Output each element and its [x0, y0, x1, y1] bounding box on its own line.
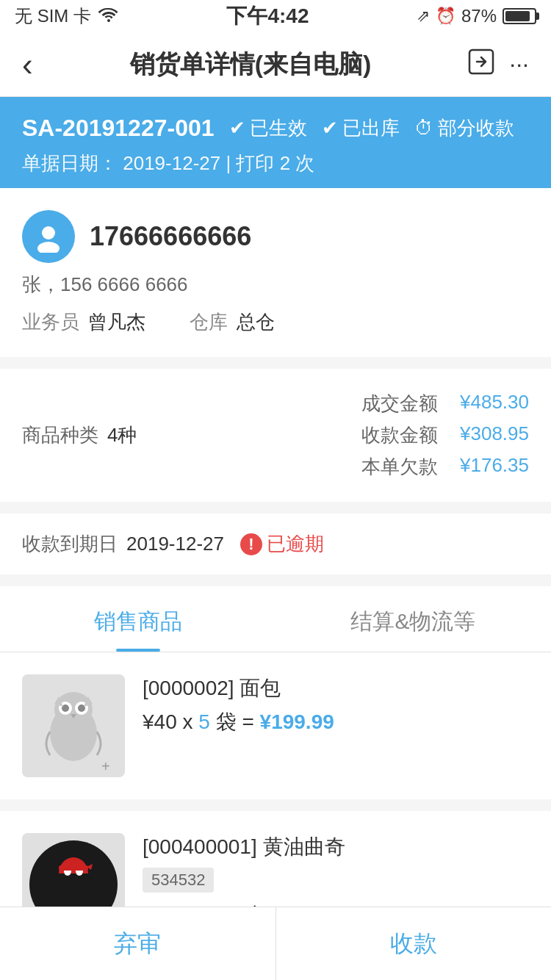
sales-value: 曾凡杰 [88, 309, 145, 335]
product-unit-price-1: ¥40 [143, 710, 177, 733]
svg-point-8 [62, 705, 69, 712]
order-date: 2019-12-27 [123, 152, 220, 174]
summary-section: 商品种类 4种 成交金额 ¥485.30 收款金额 ¥308.95 本单欠款 ¥… [0, 369, 551, 502]
share-icon[interactable] [468, 48, 494, 80]
status-time: 下午4:42 [226, 2, 309, 30]
product-title-2: 黄油曲奇 [263, 835, 345, 858]
table-row: + [0000002] 面包 ¥40 x 5 袋 = ¥199.99 [0, 652, 551, 799]
due-date-value: 2019-12-27 [126, 533, 224, 555]
customer-top: 17666666666 [22, 210, 529, 263]
status-shipped-text: 已出库 [342, 115, 400, 141]
avatar [22, 210, 75, 263]
due-label: 收款到期日 [22, 531, 118, 557]
battery-indicator [503, 8, 536, 24]
carrier-text: 无 SIM 卡 [15, 4, 91, 28]
received-value: ¥308.95 [460, 422, 529, 448]
amount-label: 成交金额 [361, 391, 438, 417]
cancel-audit-button[interactable]: 弃审 [0, 907, 276, 980]
location-icon: ⇗ [417, 7, 430, 26]
product-tag-2: 534532 [143, 868, 214, 893]
print-label: 打印 [236, 152, 274, 174]
amount-value: ¥485.30 [460, 391, 529, 417]
bottom-bar: 弃审 收款 [0, 907, 551, 980]
product-unit-1: 袋 [216, 710, 237, 733]
svg-point-9 [78, 705, 85, 712]
svg-point-1 [42, 226, 55, 239]
date-label: 单据日期： [22, 152, 118, 174]
overdue-text: 已逾期 [267, 531, 324, 557]
product-type-count: 4种 [107, 422, 137, 448]
status-bar: 无 SIM 卡 下午4:42 ⇗ ⏰ 87% [0, 0, 551, 32]
more-icon[interactable]: ··· [509, 51, 529, 78]
clock-icon: ⏱ [414, 117, 433, 140]
product-multiply-1: x [183, 710, 199, 733]
sales-meta: 业务员 曾凡杰 [22, 309, 145, 335]
warehouse-value: 总仓 [237, 309, 275, 335]
overdue-badge: ! 已逾期 [240, 531, 324, 557]
product-info-1: [0000002] 面包 ¥40 x 5 袋 = ¥199.99 [143, 674, 529, 736]
back-button[interactable]: ‹ [22, 46, 33, 83]
status-badge-active: ✔ 已生效 [229, 115, 307, 141]
battery-percent: 87% [461, 6, 497, 26]
status-badge-shipped: ✔ 已出库 [322, 115, 400, 141]
received-row: 收款金额 ¥308.95 [361, 422, 529, 448]
order-id: SA-20191227-001 [22, 115, 215, 142]
product-code-2: [000400001] [143, 835, 257, 858]
separator: | [226, 152, 236, 174]
svg-text:+: + [101, 758, 110, 774]
warehouse-meta: 仓库 总仓 [190, 309, 275, 335]
debt-value: ¥176.35 [460, 454, 529, 480]
customer-phone: 17666666666 [90, 221, 251, 252]
product-total-1: ¥199.99 [260, 710, 334, 733]
header-banner: SA-20191227-001 ✔ 已生效 ✔ 已出库 ⏱ 部分收款 单据日期：… [0, 97, 551, 188]
sales-label: 业务员 [22, 309, 79, 335]
print-unit-text: 次 [295, 152, 314, 174]
summary-right: 成交金额 ¥485.30 收款金额 ¥308.95 本单欠款 ¥176.35 [361, 391, 529, 480]
customer-name-phone: 张，156 6666 6666 [22, 272, 529, 298]
summary-left: 商品种类 4种 [22, 391, 137, 480]
status-right: ⇗ ⏰ 87% [417, 6, 536, 26]
product-code-1: [0000002] [143, 677, 234, 699]
tab-settlement[interactable]: 结算&物流等 [276, 586, 551, 652]
svg-point-2 [37, 242, 60, 253]
tab-sales-label: 销售商品 [94, 609, 182, 633]
alarm-icon: ⏰ [436, 7, 455, 26]
status-badge-partial: ⏱ 部分收款 [414, 115, 514, 141]
received-label: 收款金额 [361, 422, 438, 448]
status-active-text: 已生效 [250, 115, 307, 141]
customer-section: 17666666666 张，156 6666 6666 业务员 曾凡杰 仓库 总… [0, 188, 551, 357]
tabs: 销售商品 结算&物流等 [0, 586, 551, 652]
print-number: 2 [280, 152, 290, 174]
check-icon-2: ✔ [322, 117, 338, 140]
debt-label: 本单欠款 [361, 454, 438, 480]
tab-settlement-label: 结算&物流等 [350, 609, 475, 633]
page-title: 销货单详情(来自电脑) [130, 48, 372, 82]
debt-row: 本单欠款 ¥176.35 [361, 454, 529, 480]
product-qty-1: 5 [198, 710, 210, 733]
collect-payment-button[interactable]: 收款 [276, 907, 552, 980]
customer-meta: 业务员 曾凡杰 仓库 总仓 [22, 309, 529, 335]
product-equals-1: = [242, 710, 259, 733]
product-price-1: ¥40 x 5 袋 = ¥199.99 [143, 708, 529, 736]
product-name-1: [0000002] 面包 [143, 674, 529, 702]
nav-left: ‹ [22, 46, 33, 83]
wifi-icon [98, 6, 119, 26]
product-name-2: [000400001] 黄油曲奇 [143, 833, 529, 861]
svg-rect-16 [59, 865, 88, 871]
nav-right: ··· [468, 48, 529, 80]
product-title-1: 面包 [240, 677, 281, 699]
order-date-row: 单据日期： 2019-12-27 | 打印 2 次 [22, 151, 529, 176]
tab-sales-products[interactable]: 销售商品 [0, 586, 276, 652]
overdue-icon: ! [240, 533, 262, 555]
status-partial-text: 部分收款 [438, 115, 514, 141]
status-left: 无 SIM 卡 [15, 4, 119, 28]
check-icon-1: ✔ [229, 117, 245, 140]
order-id-row: SA-20191227-001 ✔ 已生效 ✔ 已出库 ⏱ 部分收款 [22, 115, 529, 142]
product-thumbnail-1: + [22, 674, 125, 777]
nav-bar: ‹ 销货单详情(来自电脑) ··· [0, 32, 551, 97]
amount-row: 成交金额 ¥485.30 [361, 391, 529, 417]
warehouse-label: 仓库 [190, 309, 228, 335]
product-type-label: 商品种类 [22, 422, 98, 448]
due-date-section: 收款到期日 2019-12-27 ! 已逾期 [0, 514, 551, 574]
